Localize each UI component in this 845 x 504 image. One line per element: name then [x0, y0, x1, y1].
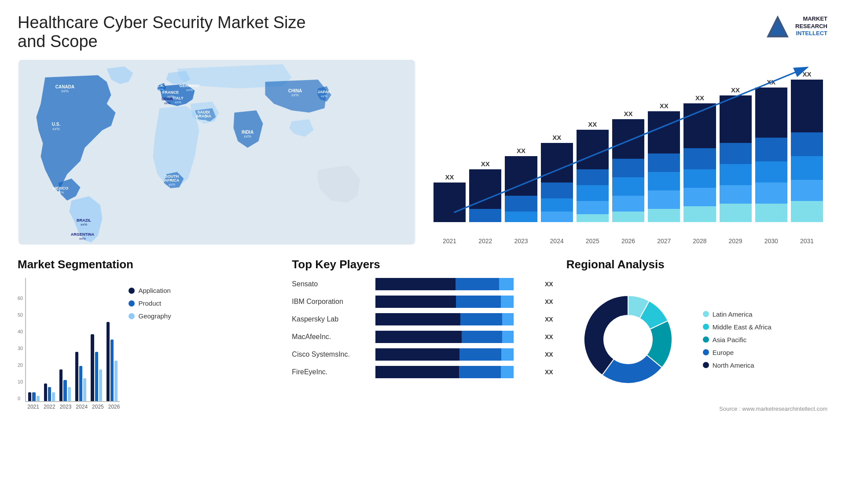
- regional-legend-dot: [703, 362, 709, 368]
- source-text: Source : www.marketresearchintellect.com: [566, 405, 827, 412]
- svg-text:xx%: xx%: [186, 88, 193, 92]
- bar-group-3: XX: [541, 134, 573, 222]
- svg-text:MEXICO: MEXICO: [53, 186, 69, 190]
- seg-bar-group-3: [75, 352, 87, 401]
- seg-y-label: 40: [18, 329, 23, 334]
- svg-text:ARABIA: ARABIA: [196, 114, 211, 118]
- svg-text:xx%: xx%: [291, 93, 299, 97]
- svg-text:xx%: xx%: [164, 101, 171, 105]
- bottom-section: Market Segmentation 0102030405060 202120…: [18, 258, 827, 456]
- seg-bar-group-0: [28, 392, 40, 401]
- seg-legend: ApplicationProductGeography: [129, 278, 171, 320]
- legend-label: Geography: [138, 312, 171, 320]
- regional-legend-item: North America: [703, 362, 772, 369]
- regional-legend-dot: [703, 349, 709, 355]
- player-bar-value: XX: [545, 298, 553, 305]
- logo-text: MARKET RESEARCH INTELLECT: [795, 15, 827, 38]
- bar-x-labels: 2021202220232024202520262027202820292030…: [429, 235, 827, 245]
- svg-text:xx%: xx%: [61, 89, 69, 93]
- svg-text:xx%: xx%: [175, 100, 181, 104]
- regional-legend-item: Latin America: [703, 310, 772, 318]
- legend-item: Geography: [129, 312, 171, 320]
- regional-legend-label: Asia Pacific: [713, 336, 747, 343]
- legend-item: Product: [129, 299, 171, 307]
- player-name: Cisco SystemsInc.: [292, 351, 371, 358]
- seg-x-labels: 202120222023202420252026: [25, 404, 120, 410]
- svg-text:xx%: xx%: [169, 183, 175, 186]
- bar-chart-container: XXXXXXXXXXXXXXXXXXXXXX 20212022202320242…: [429, 60, 827, 245]
- seg-bar-group-4: [91, 334, 102, 401]
- regional-legend-dot: [703, 324, 709, 330]
- seg-bar-group-5: [107, 322, 118, 401]
- regional-legend-label: North America: [713, 362, 754, 369]
- regional-legend-item: Middle East & Africa: [703, 323, 772, 331]
- seg-y-label: 30: [18, 346, 23, 351]
- regional-legend-label: Middle East & Africa: [713, 323, 772, 331]
- seg-y-label: 10: [18, 379, 23, 384]
- regional-legend-label: Europe: [713, 349, 734, 356]
- legend-label: Product: [138, 299, 161, 307]
- player-row: IBM CorporationXX: [292, 296, 553, 308]
- page-header: Healthcare Cyber Security Market Size an…: [18, 13, 827, 51]
- bar-group-8: XX: [720, 86, 752, 222]
- player-name: FireEyeInc.: [292, 368, 371, 376]
- player-row: MacAfeeInc.XX: [292, 331, 553, 343]
- regional-title: Regional Analysis: [566, 258, 827, 271]
- player-row: Kaspersky LabXX: [292, 313, 553, 325]
- players-title: Top Key Players: [292, 258, 553, 271]
- svg-text:ITALY: ITALY: [173, 96, 184, 100]
- legend-item: Application: [129, 287, 171, 294]
- player-row: SensatoXX: [292, 278, 553, 290]
- player-name: Sensato: [292, 280, 371, 288]
- bar-group-5: XX: [612, 110, 644, 222]
- market-segmentation-panel: Market Segmentation 0102030405060 202120…: [18, 258, 279, 456]
- regional-legend: Latin AmericaMiddle East & AfricaAsia Pa…: [703, 310, 772, 369]
- regional-legend-dot: [703, 311, 709, 317]
- svg-text:xx%: xx%: [57, 190, 64, 194]
- seg-y-labels: 0102030405060: [18, 296, 23, 401]
- svg-text:AFRICA: AFRICA: [165, 178, 180, 183]
- bar-group-10: XX: [791, 70, 823, 222]
- svg-text:FRANCE: FRANCE: [162, 90, 179, 95]
- bar-group-2: XX: [505, 147, 537, 222]
- player-bar-value: XX: [545, 351, 553, 358]
- map-container: CANADA xx% U.S. xx% MEXICO xx% BRAZIL xx…: [18, 60, 416, 245]
- player-row: Cisco SystemsInc.XX: [292, 348, 553, 361]
- player-name: MacAfeeInc.: [292, 333, 371, 341]
- svg-text:xx%: xx%: [244, 134, 251, 139]
- svg-text:JAPAN: JAPAN: [318, 90, 331, 94]
- regional-legend-label: Latin America: [713, 310, 753, 318]
- seg-chart: 0102030405060 202120222023202420252026 A…: [18, 278, 279, 432]
- bar-group-9: XX: [755, 78, 787, 222]
- svg-text:ARGENTINA: ARGENTINA: [71, 232, 95, 237]
- seg-y-label: 50: [18, 312, 23, 318]
- players-list: SensatoXXIBM CorporationXXKaspersky LabX…: [292, 278, 553, 378]
- legend-label: Application: [138, 287, 170, 294]
- regional-panel: Regional Analysis Latin AmericaMiddle Ea…: [566, 258, 827, 456]
- svg-text:xx%: xx%: [81, 223, 87, 226]
- svg-text:xx%: xx%: [200, 119, 207, 123]
- seg-bars: [25, 278, 120, 402]
- svg-point-37: [605, 316, 651, 363]
- svg-text:U.S.: U.S.: [52, 122, 61, 127]
- world-map-svg: CANADA xx% U.S. xx% MEXICO xx% BRAZIL xx…: [18, 60, 416, 245]
- seg-y-label: 0: [18, 396, 23, 401]
- regional-legend-dot: [703, 336, 709, 343]
- bar-group-0: XX: [434, 173, 466, 222]
- svg-text:SPAIN: SPAIN: [162, 97, 173, 101]
- market-seg-title: Market Segmentation: [18, 258, 279, 271]
- regional-legend-item: Europe: [703, 349, 772, 356]
- seg-y-label: 60: [18, 296, 23, 301]
- player-bar-value: XX: [545, 369, 553, 376]
- logo-icon: [764, 13, 791, 40]
- player-row: FireEyeInc.XX: [292, 366, 553, 378]
- bar-group-7: XX: [683, 94, 716, 222]
- donut-chart: [566, 278, 690, 401]
- seg-bar-group-1: [44, 383, 55, 401]
- legend-dot: [129, 300, 135, 307]
- bar-group-6: XX: [648, 102, 680, 222]
- page-title: Healthcare Cyber Security Market Size an…: [18, 13, 326, 51]
- player-name: Kaspersky Lab: [292, 315, 371, 323]
- svg-text:xx%: xx%: [52, 127, 60, 131]
- seg-y-label: 20: [18, 362, 23, 368]
